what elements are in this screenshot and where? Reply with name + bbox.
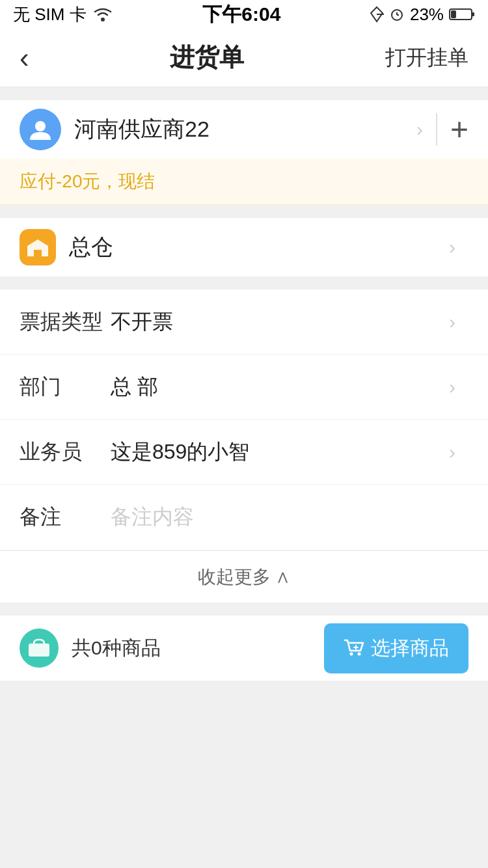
- dept-value: 总 部: [111, 373, 449, 401]
- remark-label: 备注: [20, 503, 104, 532]
- page-title: 进货单: [170, 41, 244, 74]
- select-btn-label: 选择商品: [371, 635, 449, 662]
- battery-text: 23%: [410, 5, 444, 25]
- cart-icon: [344, 639, 364, 657]
- product-icon: [20, 629, 59, 668]
- page-background: [0, 681, 488, 868]
- svg-rect-10: [29, 644, 49, 657]
- supplier-divider: [436, 113, 437, 146]
- carrier-text: 无 SIM 卡: [13, 3, 87, 26]
- svg-rect-6: [472, 12, 474, 16]
- status-time: 下午6:04: [202, 1, 280, 28]
- remark-input[interactable]: 备注内容: [111, 503, 468, 532]
- nav-bar: ‹ 进货单 打开挂单: [0, 29, 488, 87]
- collapse-button[interactable]: 收起更多 ∧: [0, 550, 488, 603]
- salesman-row[interactable]: 业务员 这是859的小智 ›: [0, 420, 488, 485]
- dept-label: 部门: [20, 373, 104, 401]
- location-icon: [370, 6, 384, 23]
- salesman-label: 业务员: [20, 438, 104, 467]
- svg-point-8: [35, 121, 46, 131]
- back-button[interactable]: ‹: [20, 44, 29, 72]
- dept-chevron-icon: ›: [449, 376, 455, 398]
- svg-rect-7: [451, 10, 456, 18]
- gap-1: [0, 87, 488, 100]
- warehouse-icon: [20, 229, 56, 265]
- supplier-chevron-icon: ›: [416, 118, 423, 141]
- select-product-button[interactable]: 选择商品: [324, 623, 468, 673]
- open-pending-button[interactable]: 打开挂单: [385, 44, 468, 72]
- battery-icon: [449, 8, 475, 21]
- invoice-row[interactable]: 票据类型 不开票 ›: [0, 290, 488, 355]
- product-count: 共0种商品: [72, 635, 324, 662]
- svg-point-0: [101, 18, 105, 21]
- status-indicators: 23%: [370, 5, 475, 25]
- svg-point-12: [358, 653, 361, 656]
- wifi-icon: [92, 7, 114, 22]
- supplier-avatar: [20, 109, 61, 150]
- bottom-bar: 共0种商品 选择商品: [0, 616, 488, 681]
- status-carrier: 无 SIM 卡: [13, 3, 114, 26]
- invoice-value: 不开票: [111, 308, 449, 336]
- salesman-chevron-icon: ›: [449, 441, 455, 463]
- dept-row[interactable]: 部门 总 部 ›: [0, 355, 488, 420]
- remark-row[interactable]: 备注 备注内容: [0, 485, 488, 550]
- warehouse-name: 总仓: [69, 232, 449, 262]
- alarm-icon: [389, 7, 405, 22]
- svg-rect-9: [34, 250, 42, 256]
- invoice-chevron-icon: ›: [449, 311, 455, 333]
- add-supplier-button[interactable]: +: [450, 114, 468, 145]
- invoice-label: 票据类型: [20, 308, 104, 336]
- salesman-value: 这是859的小智: [111, 438, 449, 467]
- warehouse-chevron-icon: ›: [449, 236, 455, 258]
- supplier-row[interactable]: 河南供应商22 › +: [0, 100, 488, 159]
- supplier-notice: 应付-20元，现结: [0, 159, 488, 205]
- supplier-name: 河南供应商22: [74, 115, 416, 144]
- status-bar: 无 SIM 卡 下午6:04 23%: [0, 0, 488, 29]
- svg-point-11: [350, 653, 353, 656]
- form-section: 票据类型 不开票 › 部门 总 部 › 业务员 这是859的小智 › 备注 备注…: [0, 290, 488, 550]
- warehouse-row[interactable]: 总仓 ›: [0, 218, 488, 277]
